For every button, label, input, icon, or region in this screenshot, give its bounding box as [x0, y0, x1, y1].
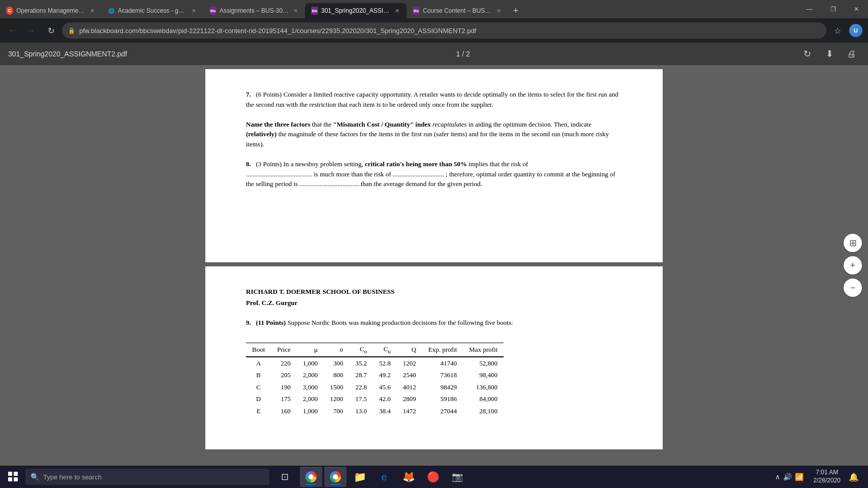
task-view-icon: ⊡ — [281, 471, 289, 482]
tab-pdf-active[interactable]: Bb 301_Spring2020_ASSIGNMENT... ✕ — [305, 3, 407, 18]
tab-academic[interactable]: 🌐 Academic Success - goPFW ✕ — [102, 3, 203, 18]
refresh-button[interactable]: ↻ — [43, 22, 59, 39]
taskbar-chrome-app-2[interactable] — [324, 467, 347, 487]
taskbar-right: ∧ 🔊 📶 7:01 AM 2/28/2020 🔔 — [771, 467, 865, 486]
taskbar-screenshot[interactable]: 📷 — [446, 467, 469, 487]
minimize-button[interactable]: — — [798, 0, 821, 18]
title-bar: C Operations Management que... ✕ 🌐 Acade… — [0, 0, 868, 18]
bookmark-button[interactable]: ☆ — [829, 22, 846, 39]
tab-close-1[interactable]: ✕ — [89, 7, 96, 15]
tab-course-content[interactable]: Bb Course Content – BUS-30102-... ✕ — [407, 3, 508, 18]
cell-b-cu: 49.2 — [373, 369, 397, 381]
system-tray[interactable]: ∧ 🔊 📶 — [771, 471, 808, 483]
school-name: RICHARD T. DOERMER SCHOOL OF BUSINESS — [246, 287, 622, 297]
taskbar-search[interactable]: 🔍 Type here to search — [25, 469, 269, 485]
pdf-content-area: 7. (6 Points) Consider a limited reactiv… — [0, 65, 868, 466]
q8-dots2: ............................... — [393, 170, 444, 178]
address-bar[interactable]: 🔒 pfw.blackboard.com/bbcswebdav/pid-2221… — [62, 22, 826, 39]
pdf-zoom-in-button[interactable]: + — [844, 256, 862, 274]
cell-e-price: 160 — [271, 405, 297, 417]
col-boot: Boot — [246, 343, 271, 357]
notification-button[interactable]: 🔔 — [847, 470, 861, 484]
pdf-expand-button[interactable]: ⊞ — [844, 234, 862, 252]
table-header-row: Boot Price μ σ Co Cu Q Exp. profit Max p… — [246, 343, 504, 357]
start-square-bl — [8, 477, 12, 481]
cell-c-boot: C — [246, 381, 271, 393]
taskbar-center-icons: ⊡ — [273, 467, 296, 487]
tab-close-4[interactable]: ✕ — [394, 7, 400, 15]
cell-e-exp: 27044 — [422, 405, 463, 417]
firefox-icon: 🦊 — [402, 471, 415, 483]
cell-d-exp: 59186 — [422, 393, 463, 405]
back-button[interactable]: ← — [4, 22, 20, 39]
pdf-side-controls: ⊞ + − — [844, 234, 862, 297]
tab-favicon-1: C — [6, 7, 13, 14]
cell-a-mu: 1,000 — [297, 357, 324, 370]
cell-b-q: 2540 — [397, 369, 422, 381]
taskbar-clock: 7:01 AM 2/28/2020 — [814, 469, 841, 484]
pdf-action-buttons: ↻ ⬇ 🖨 — [799, 46, 860, 62]
network-icon: 🔊 — [783, 473, 792, 481]
taskbar-chrome-app-1[interactable] — [300, 467, 322, 487]
taskbar-app-other[interactable]: 🔴 — [422, 467, 444, 487]
col-q: Q — [397, 343, 422, 357]
cell-b-sigma: 800 — [324, 369, 349, 381]
tab-close-3[interactable]: ✕ — [292, 7, 299, 15]
user-avatar: U — [849, 24, 862, 37]
question-7-instruction: Name the three factors that the "Mismatc… — [246, 119, 622, 149]
app-active-indicator-2 — [330, 484, 340, 485]
tab-assignments[interactable]: Bb Assignments – BUS-30102-03... ✕ — [203, 3, 305, 18]
avatar-button[interactable]: U — [848, 22, 864, 39]
cell-d-boot: D — [246, 393, 271, 405]
start-square-tr — [14, 472, 18, 476]
cell-b-exp: 73618 — [422, 369, 463, 381]
task-view-button[interactable]: ⊡ — [273, 467, 296, 487]
cell-b-co: 28.7 — [349, 369, 373, 381]
cell-b-boot: B — [246, 369, 271, 381]
start-button[interactable] — [3, 467, 23, 487]
taskbar-file-explorer[interactable]: 📁 — [349, 467, 371, 487]
tab-close-5[interactable]: ✕ — [495, 7, 502, 15]
cell-a-exp: 41740 — [422, 357, 463, 370]
tab-label-5: Course Content – BUS-30102-... — [423, 7, 492, 14]
pdf-download-button[interactable]: ⬇ — [821, 46, 838, 62]
question-8-block: 8. (3 Points) In a newsboy problem setti… — [246, 159, 622, 189]
chrome-icon-1 — [305, 471, 317, 482]
pdf-print-button[interactable]: 🖨 — [844, 46, 860, 62]
tab-operations[interactable]: C Operations Management que... ✕ — [0, 3, 102, 18]
forward-button[interactable]: → — [23, 22, 40, 39]
app-active-indicator-1 — [306, 484, 316, 485]
clock-area[interactable]: 7:01 AM 2/28/2020 — [810, 467, 845, 486]
question-9-block: 9. (11 Points) Suppose Nordic Boots was … — [246, 318, 622, 417]
cell-a-q: 1202 — [397, 357, 422, 370]
cell-d-max: 84,000 — [463, 393, 504, 405]
cell-e-co: 13.0 — [349, 405, 373, 417]
table-body: A 220 1,000 300 35.2 52.8 1202 41740 52,… — [246, 357, 504, 417]
q7-recapitulates: recapitulates — [432, 120, 467, 128]
cell-c-sigma: 1500 — [324, 381, 349, 393]
tab-close-2[interactable]: ✕ — [191, 7, 197, 15]
col-max-profit: Max profit — [463, 343, 504, 357]
cell-e-cu: 38.4 — [373, 405, 397, 417]
tab-favicon-2: 🌐 — [108, 7, 115, 14]
question-9-intro: 9. (11 Points) Suppose Nordic Boots was … — [246, 318, 622, 328]
table-row-d: D 175 2,000 1200 17.5 42.0 2809 59186 84… — [246, 393, 504, 405]
q7-intro: Consider a limited reactive capacity opp… — [246, 90, 618, 108]
q8-intro: In a newsboy problem setting, — [284, 160, 365, 168]
maximize-button[interactable]: ❐ — [821, 0, 845, 18]
question-8-line2: ........................................… — [246, 169, 622, 189]
close-button[interactable]: ✕ — [845, 0, 868, 18]
q7-relatively: (relatively) — [246, 130, 276, 138]
chrome-favicon: C — [6, 7, 13, 15]
q7-name-bold: Name the three factors — [246, 120, 310, 128]
new-tab-button[interactable]: + — [508, 3, 523, 18]
professor-name: Prof. C.Z. Gurgur — [246, 298, 622, 308]
taskbar-edge[interactable]: e — [373, 467, 395, 487]
q9-number: 9. — [246, 319, 251, 326]
taskbar-firefox[interactable]: 🦊 — [397, 467, 420, 487]
pdf-zoom-out-button[interactable]: − — [844, 279, 862, 297]
table-row-a: A 220 1,000 300 35.2 52.8 1202 41740 52,… — [246, 357, 504, 370]
clock-date: 2/28/2020 — [814, 477, 841, 485]
question-8-text: 8. (3 Points) In a newsboy problem setti… — [246, 159, 622, 169]
pdf-refresh-button[interactable]: ↻ — [799, 46, 815, 62]
